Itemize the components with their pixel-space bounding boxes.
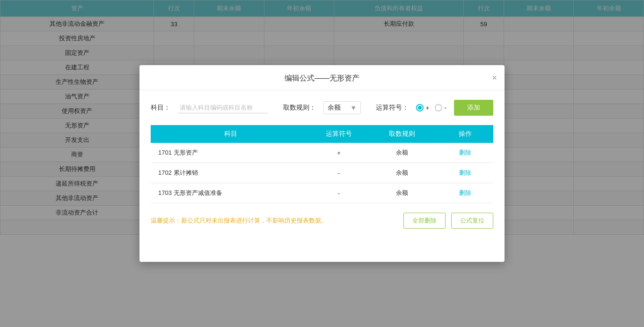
operator-plus-label: + [425, 104, 429, 111]
operator-label: 运算符号： [376, 104, 409, 112]
operator-plus-radio[interactable]: + [416, 104, 429, 111]
modal-header: 编辑公式——无形资产 × [139, 65, 505, 90]
delete-all-button[interactable]: 全部删除 [403, 213, 446, 229]
formula-form-row: 科目： 取数规则： 余额 ▼ 运算符号： + - 添加 [139, 90, 505, 125]
table-col-operator: 运算符号 [311, 125, 367, 143]
footer-buttons: 全部删除 公式复位 [403, 213, 493, 229]
formula-row: 1701 无形资产 + 余额 删除 [151, 143, 493, 163]
formula-rule-cell: 余额 [367, 183, 437, 203]
modal-overlay: 编辑公式——无形资产 × 科目： 取数规则： 余额 ▼ 运算符号： + - [0, 0, 644, 327]
operator-radio-group: + - [416, 104, 446, 111]
formula-operator-cell: - [311, 183, 367, 203]
formula-row: 1702 累计摊销 - 余额 删除 [151, 163, 493, 183]
delete-link[interactable]: 删除 [459, 189, 471, 196]
modal-title: 编辑公式——无形资产 [285, 74, 359, 83]
tip-text: 温馨提示：新公式只对未出报表进行计算，不影响历史报表数据。 [151, 216, 327, 225]
formula-action-cell: 删除 [437, 143, 493, 163]
formula-action-cell: 删除 [437, 163, 493, 183]
table-col-subject: 科目 [151, 125, 311, 143]
formula-row: 1703 无形资产减值准备 - 余额 删除 [151, 183, 493, 203]
delete-link[interactable]: 删除 [459, 149, 471, 156]
table-col-rule: 取数规则 [367, 125, 437, 143]
operator-minus-radio[interactable]: - [435, 104, 446, 111]
subject-label: 科目： [151, 104, 170, 112]
reset-formula-button[interactable]: 公式复位 [451, 213, 493, 229]
add-button[interactable]: 添加 [454, 100, 493, 116]
modal-close-button[interactable]: × [492, 74, 497, 82]
dropdown-arrow-icon: ▼ [350, 104, 357, 111]
modal-footer: 温馨提示：新公式只对未出报表进行计算，不影响历史报表数据。 全部删除 公式复位 [139, 203, 505, 229]
formula-table-wrap: 科目 运算符号 取数规则 操作 1701 无形资产 + 余额 删除 1702 累… [139, 125, 505, 203]
rule-value: 余额 [328, 104, 341, 112]
subject-input[interactable] [178, 102, 268, 113]
formula-subject-cell: 1701 无形资产 [151, 143, 311, 163]
operator-minus-label: - [444, 104, 446, 111]
formula-subject-cell: 1702 累计摊销 [151, 163, 311, 183]
formula-rule-cell: 余额 [367, 143, 437, 163]
formula-subject-cell: 1703 无形资产减值准备 [151, 183, 311, 203]
formula-rule-cell: 余额 [367, 163, 437, 183]
formula-table: 科目 运算符号 取数规则 操作 1701 无形资产 + 余额 删除 1702 累… [151, 125, 493, 203]
radio-circle-minus [435, 104, 442, 111]
delete-link[interactable]: 删除 [459, 169, 471, 176]
rule-select[interactable]: 余额 ▼ [323, 101, 361, 114]
edit-formula-modal: 编辑公式——无形资产 × 科目： 取数规则： 余额 ▼ 运算符号： + - [139, 65, 505, 262]
radio-circle-plus [416, 104, 424, 111]
rule-label: 取数规则： [283, 104, 316, 112]
formula-operator-cell: + [311, 143, 367, 163]
formula-operator-cell: - [311, 163, 367, 183]
table-col-action: 操作 [437, 125, 493, 143]
formula-action-cell: 删除 [437, 183, 493, 203]
